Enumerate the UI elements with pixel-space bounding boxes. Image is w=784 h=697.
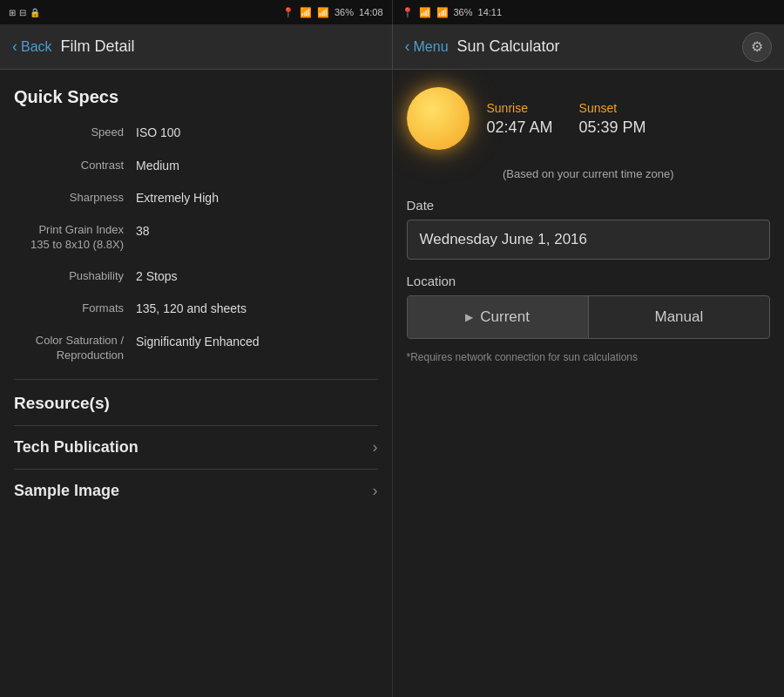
- menu-button[interactable]: ‹ Menu: [405, 37, 449, 56]
- manual-location-button[interactable]: Manual: [589, 296, 769, 338]
- spec-label-sharpness: Sharpness: [14, 190, 136, 206]
- network-note: *Requires network connection for sun cal…: [407, 351, 771, 363]
- left-icon1: ⊞: [9, 8, 16, 17]
- left-status-icons: ⊞ ⊟ 🔒: [9, 8, 40, 17]
- spec-row-color: Color Saturation /Reproduction Significa…: [14, 334, 378, 363]
- spec-label-formats: Formats: [14, 301, 136, 316]
- right-battery: 36%: [454, 7, 473, 17]
- sun-times: Sunrise 02:47 AM Sunset 05:39 PM: [487, 101, 646, 137]
- left-nav-bar: ‹ Back Film Detail: [0, 24, 393, 69]
- date-label: Date: [407, 198, 771, 213]
- quick-specs-title: Quick Specs: [14, 87, 378, 107]
- sunset-block: Sunset 05:39 PM: [579, 101, 646, 137]
- menu-chevron-icon: ‹: [405, 37, 410, 56]
- spec-label-color: Color Saturation /Reproduction: [14, 334, 136, 363]
- menu-label: Menu: [414, 39, 449, 55]
- right-panel: Sunrise 02:47 AM Sunset 05:39 PM (Based …: [393, 70, 785, 697]
- resources-section: Resource(s) Tech Publication › Sample Im…: [14, 394, 378, 512]
- sun-header: Sunrise 02:47 AM Sunset 05:39 PM: [407, 87, 771, 150]
- sun-calculator-title: Sun Calculator: [457, 37, 560, 56]
- location-section: Location ▶ Current Manual: [407, 274, 771, 339]
- left-status-bar: ⊞ ⊟ 🔒 📍 📶 📶 36% 14:08: [0, 0, 393, 24]
- spec-value-sharpness: Extremely High: [136, 190, 378, 207]
- play-icon: ▶: [465, 311, 473, 323]
- spec-value-speed: ISO 100: [136, 125, 378, 142]
- sunrise-block: Sunrise 02:47 AM: [487, 101, 553, 137]
- date-section: Date Wednesday June 1, 2016: [407, 198, 771, 260]
- sunset-label: Sunset: [579, 101, 646, 115]
- date-input[interactable]: Wednesday June 1, 2016: [407, 220, 771, 260]
- spec-row-contrast: Contrast Medium: [14, 158, 378, 175]
- sample-image-label: Sample Image: [14, 482, 119, 500]
- manual-btn-label: Manual: [654, 308, 703, 326]
- settings-button[interactable]: ⚙: [742, 32, 772, 62]
- spec-row-formats: Formats 135, 120 and sheets: [14, 301, 378, 318]
- back-chevron-icon: ‹: [12, 37, 17, 56]
- current-location-button[interactable]: ▶ Current: [408, 296, 588, 338]
- resources-title: Resource(s): [14, 394, 378, 413]
- spec-table: Speed ISO 100 Contrast Medium Sharpness …: [14, 125, 378, 363]
- divider: [14, 379, 378, 380]
- sample-image-item[interactable]: Sample Image ›: [14, 469, 378, 512]
- spec-label-contrast: Contrast: [14, 158, 136, 173]
- settings-icon: ⚙: [751, 38, 763, 55]
- location-toggle: ▶ Current Manual: [407, 295, 771, 339]
- left-panel: Quick Specs Speed ISO 100 Contrast Mediu…: [0, 70, 393, 697]
- sunrise-label: Sunrise: [487, 101, 553, 115]
- left-status-right: 📍 📶 📶 36% 14:08: [282, 7, 383, 18]
- film-detail-title: Film Detail: [61, 37, 135, 56]
- spec-row-pushability: Pushability 2 Stops: [14, 268, 378, 286]
- left-icon3: 🔒: [30, 8, 40, 17]
- sunrise-time: 02:47 AM: [487, 118, 553, 137]
- spec-value-pushability: 2 Stops: [136, 268, 378, 286]
- spec-value-color: Significantly Enhanced: [136, 334, 378, 351]
- spec-label-speed: Speed: [14, 125, 136, 140]
- left-location-icon: 📍: [282, 7, 294, 18]
- right-status-bar: 📍 📶 📶 36% 14:11: [393, 0, 785, 24]
- tech-publication-chevron-icon: ›: [373, 438, 378, 457]
- left-battery: 36%: [335, 7, 354, 17]
- sample-image-chevron-icon: ›: [373, 482, 378, 500]
- spec-value-grain: 38: [136, 223, 378, 240]
- spec-value-contrast: Medium: [136, 158, 378, 175]
- back-label: Back: [21, 39, 52, 55]
- left-icon2: ⊟: [19, 8, 26, 17]
- spec-value-formats: 135, 120 and sheets: [136, 301, 378, 318]
- sun-icon: [407, 87, 470, 150]
- right-location-icon: 📍: [402, 7, 414, 18]
- tech-publication-label: Tech Publication: [14, 438, 139, 457]
- spec-label-grain: Print Grain Index135 to 8x10 (8.8X): [14, 223, 136, 253]
- right-wifi-icon: 📶: [419, 7, 431, 18]
- spec-row-sharpness: Sharpness Extremely High: [14, 190, 378, 207]
- left-wifi-icon: 📶: [300, 7, 312, 18]
- tech-publication-item[interactable]: Tech Publication ›: [14, 425, 378, 469]
- current-btn-label: Current: [480, 308, 530, 326]
- spec-label-pushability: Pushability: [14, 268, 136, 284]
- left-signal-icon: 📶: [317, 7, 329, 18]
- location-label: Location: [407, 274, 771, 288]
- sunset-time: 05:39 PM: [579, 118, 646, 137]
- spec-row-grain: Print Grain Index135 to 8x10 (8.8X) 38: [14, 223, 378, 253]
- back-button[interactable]: ‹ Back: [12, 37, 52, 56]
- right-signal-icon: 📶: [436, 7, 449, 18]
- spec-row-speed: Speed ISO 100: [14, 125, 378, 142]
- right-time: 14:11: [478, 7, 503, 17]
- timezone-note: (Based on your current time zone): [407, 167, 771, 180]
- right-status-left: 📍 📶 📶 36% 14:11: [402, 7, 503, 18]
- left-time: 14:08: [359, 7, 383, 17]
- right-nav-bar: ‹ Menu Sun Calculator ⚙: [393, 24, 785, 69]
